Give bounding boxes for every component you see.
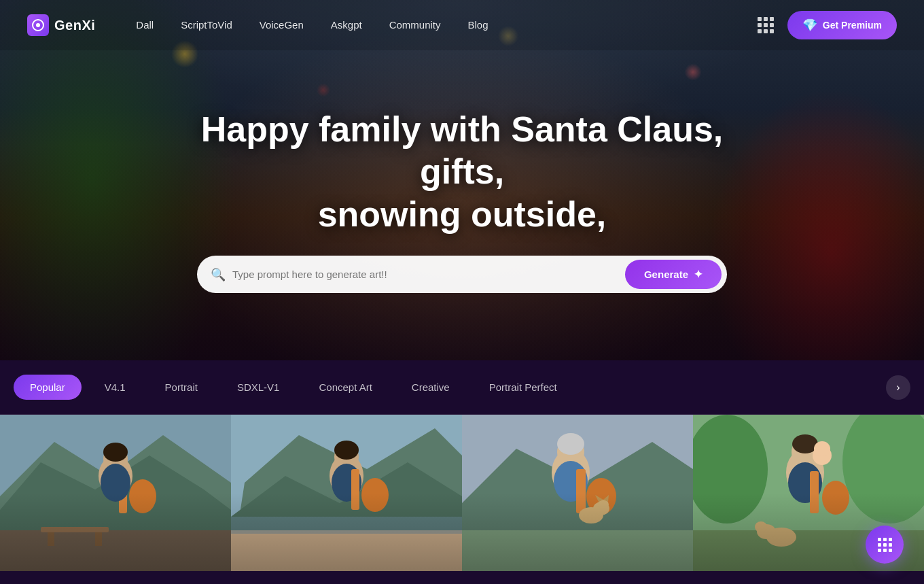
tab-creative[interactable]: Creative <box>395 375 466 400</box>
fab-button[interactable] <box>866 526 904 564</box>
hero-section: Happy family with Santa Claus, gifts, sn… <box>0 0 924 360</box>
gallery-overlay-1 <box>0 415 231 571</box>
premium-button[interactable]: 💎 Get Premium <box>787 11 897 39</box>
apps-grid-icon[interactable] <box>758 17 774 33</box>
search-input[interactable] <box>232 269 618 280</box>
hero-title: Happy family with Santa Claus, gifts, sn… <box>190 108 734 235</box>
gallery-overlay-3 <box>462 415 693 571</box>
tab-concept-art[interactable]: Concept Art <box>302 375 388 400</box>
tab-sdxlv1[interactable]: SDXL-V1 <box>221 375 296 400</box>
search-bar: 🔍 Generate ✦ <box>197 256 727 293</box>
gallery-section <box>0 415 924 571</box>
search-icon: 🔍 <box>211 267 226 282</box>
tab-portrait-perfect[interactable]: Portrait Perfect <box>473 375 573 400</box>
logo[interactable]: GenXi <box>27 14 95 36</box>
generate-button[interactable]: Generate ✦ <box>625 260 722 289</box>
gallery-item-2[interactable] <box>231 415 462 571</box>
tab-popular[interactable]: Popular <box>14 375 82 400</box>
gallery-item-3[interactable] <box>462 415 693 571</box>
diamond-icon: 💎 <box>802 18 817 33</box>
tab-v41[interactable]: V4.1 <box>88 375 142 400</box>
nav-link-scripttovid[interactable]: ScriptToVid <box>181 19 232 31</box>
nav-link-dall[interactable]: Dall <box>136 19 154 31</box>
fab-grid-icon <box>878 538 892 552</box>
logo-icon <box>27 14 49 36</box>
sparkle-icon: ✦ <box>694 268 703 281</box>
nav-right: 💎 Get Premium <box>758 11 897 39</box>
nav-links: Dall ScriptToVid VoiceGen Askgpt Communi… <box>136 19 758 31</box>
nav-link-voicegen[interactable]: VoiceGen <box>260 19 304 31</box>
nav-link-askgpt[interactable]: Askgpt <box>331 19 362 31</box>
gallery-overlay-2 <box>231 415 462 571</box>
navbar: GenXi Dall ScriptToVid VoiceGen Askgpt C… <box>0 0 924 50</box>
nav-link-blog[interactable]: Blog <box>468 19 488 31</box>
svg-point-1 <box>36 23 40 27</box>
tabs-next-arrow[interactable]: › <box>886 375 910 400</box>
logo-text: GenXi <box>54 18 95 33</box>
hero-content: Happy family with Santa Claus, gifts, sn… <box>177 54 747 307</box>
tab-portrait[interactable]: Portrait <box>149 375 214 400</box>
tabs-section: Popular V4.1 Portrait SDXL-V1 Concept Ar… <box>0 360 924 415</box>
gallery-item-1[interactable] <box>0 415 231 571</box>
nav-link-community[interactable]: Community <box>389 19 441 31</box>
